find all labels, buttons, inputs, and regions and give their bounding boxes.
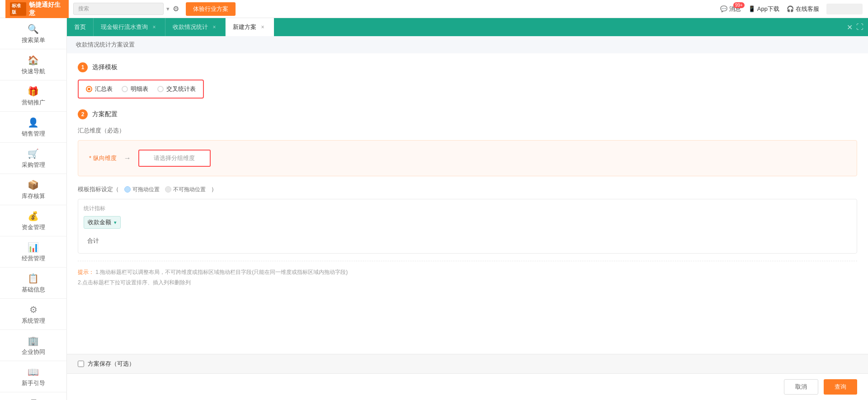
movable-tag: 可拖动位置 <box>124 186 160 193</box>
search-menu-icon: 🔍 <box>28 24 39 34</box>
stats-chips-row: 收款金额 ▾ <box>84 216 851 231</box>
sidebar-item-search-menu[interactable]: 🔍 搜索菜单 <box>0 18 66 49</box>
radio-summary-label: 汇总表 <box>95 85 113 93</box>
user-avatar[interactable] <box>826 4 863 14</box>
download-item[interactable]: 📱 App下载 <box>748 5 779 13</box>
tab-new-plan[interactable]: 新建方案 × <box>226 18 274 36</box>
sidebar-item-marketing[interactable]: 🎁 营销推广 <box>0 80 66 112</box>
step1-header: 1 选择模板 <box>78 62 857 72</box>
radio-detail-label: 明细表 <box>131 85 148 93</box>
header-dropdown-arrow[interactable]: ▾ <box>166 5 170 12</box>
message-icon: 💬 <box>720 5 727 12</box>
sidebar-label-quick-nav: 快速导航 <box>22 67 45 75</box>
app-name: 畅捷通好生意 <box>29 1 64 17</box>
tab-new-plan-label: 新建方案 <box>233 23 256 31</box>
stats-chip-collection[interactable]: 收款金额 ▾ <box>84 216 121 229</box>
radio-summary-circle <box>86 86 92 92</box>
step2-section: 2 方案配置 汇总维度（必选） * 纵向维度 → 请选择分组维度 <box>78 109 857 287</box>
sidebar-item-inventory[interactable]: 📦 库存核算 <box>0 174 66 205</box>
cancel-button[interactable]: 取消 <box>784 379 818 395</box>
sidebar-item-guide[interactable]: 📖 新手引导 <box>0 361 66 392</box>
tip1-text: 1.拖动标题栏可以调整布局，不可跨维度或指标区域拖动栏目字段(只能在同一维度或指… <box>95 269 348 275</box>
dimension-select-btn[interactable]: 请选择分组维度 <box>138 150 211 167</box>
tab-home[interactable]: 首页 <box>67 18 94 36</box>
notifications-item[interactable]: 💬 消息 99+ <box>720 5 741 13</box>
tab-collection-stats[interactable]: 收款情况统计 × <box>165 18 226 36</box>
breadcrumb: 收款情况统计方案设置 <box>67 36 868 53</box>
sidebar-item-quick-nav[interactable]: 🏠 快速导航 <box>0 49 66 80</box>
indicator-header: 模板指标设定（ 可拖动位置 不可拖动位置 ） <box>78 185 857 193</box>
movable-dot <box>124 186 131 193</box>
header-search-box[interactable]: 搜索 <box>73 3 164 15</box>
radio-summary[interactable]: 汇总表 <box>86 85 113 93</box>
radio-cross-label: 交叉统计表 <box>166 85 196 93</box>
tab-new-plan-close[interactable]: × <box>259 24 266 31</box>
form-panel: 1 选择模板 汇总表 明细表 <box>67 53 868 354</box>
dimension-config: 汇总维度（必选） * 纵向维度 → 请选择分组维度 <box>78 127 857 176</box>
tab-bar-right: ✕ ⛶ <box>842 18 868 36</box>
sidebar-label-search-menu: 搜索菜单 <box>22 36 45 44</box>
tab-collection-stats-close[interactable]: × <box>211 24 218 31</box>
stats-area: 统计指标 收款金额 ▾ 合计 <box>78 199 857 254</box>
step1-title: 选择模板 <box>92 63 118 71</box>
header-search-area: 搜索 ▾ ⚙ 体验行业方案 <box>69 2 720 16</box>
sidebar-label-system: 系统管理 <box>22 317 45 325</box>
tab-bank-flow-close[interactable]: × <box>151 24 158 31</box>
stats-label: 统计指标 <box>84 205 851 212</box>
sidebar-label-sales: 销售管理 <box>22 130 45 138</box>
movable-label: 可拖动位置 <box>132 186 160 193</box>
sidebar-item-purchase[interactable]: 🛒 采购管理 <box>0 143 66 174</box>
dimension-title: 汇总维度（必选） <box>78 127 857 135</box>
tab-close-action[interactable]: ✕ <box>847 23 853 32</box>
sales-icon: 👤 <box>28 117 39 128</box>
sidebar-label-purchase: 采购管理 <box>22 161 45 169</box>
query-button[interactable]: 查询 <box>824 379 857 395</box>
tab-bank-flow-label: 现金银行流水查询 <box>101 23 148 31</box>
quick-nav-icon: 🏠 <box>28 55 39 66</box>
marketing-icon: 🎁 <box>28 86 39 97</box>
sidebar-item-sales[interactable]: 👤 销售管理 <box>0 112 66 143</box>
tips-label: 提示： <box>78 269 94 275</box>
tab-bank-flow[interactable]: 现金银行流水查询 × <box>94 18 165 36</box>
radio-detail[interactable]: 明细表 <box>122 85 148 93</box>
trial-button[interactable]: 体验行业方案 <box>186 2 236 16</box>
sidebar-item-basic-info[interactable]: 📋 基础信息 <box>0 268 66 299</box>
radio-cross-circle <box>157 86 164 92</box>
service-icon: 🎧 <box>787 5 794 12</box>
sidebar-label-operations: 经营管理 <box>22 254 45 263</box>
step2-header: 2 方案配置 <box>78 109 857 119</box>
sidebar-label-enterprise: 企业协同 <box>22 348 45 356</box>
notifications-badge: 99+ <box>733 2 745 8</box>
save-section: 方案保存（可选） <box>67 354 868 373</box>
step1-section: 1 选择模板 汇总表 明细表 <box>78 62 857 99</box>
sidebar-item-smart-hardware[interactable]: 🖥 智能硬件 <box>0 392 66 400</box>
step2-num: 2 <box>78 109 88 119</box>
sidebar-item-operations[interactable]: 📊 经营管理 <box>0 236 66 268</box>
service-item[interactable]: 🎧 在线客服 <box>787 5 819 13</box>
settings-icon[interactable]: ⚙ <box>170 3 182 15</box>
dimension-row: * 纵向维度 → 请选择分组维度 <box>89 150 846 167</box>
sidebar-item-finance[interactable]: 💰 资金管理 <box>0 205 66 236</box>
template-select-box: 汇总表 明细表 交叉统计表 <box>78 80 204 99</box>
stats-chip-label: 收款金额 <box>88 218 111 226</box>
indicator-settings: 模板指标设定（ 可拖动位置 不可拖动位置 ） <box>78 185 857 254</box>
sidebar-item-system[interactable]: ⚙ 系统管理 <box>0 299 66 330</box>
tab-home-label: 首页 <box>74 23 86 31</box>
tab-fullscreen-action[interactable]: ⛶ <box>856 23 863 31</box>
radio-cross[interactable]: 交叉统计表 <box>157 85 196 93</box>
dimension-row-label: * 纵向维度 <box>89 154 117 162</box>
enterprise-icon: 🏢 <box>28 335 39 346</box>
sidebar-item-enterprise[interactable]: 🏢 企业协同 <box>0 330 66 361</box>
sidebar-label-inventory: 库存核算 <box>22 192 45 200</box>
download-icon: 📱 <box>748 5 755 12</box>
indicator-title-prefix: 模板指标设定（ <box>78 185 119 193</box>
stats-chip-dropdown[interactable]: ▾ <box>114 220 117 226</box>
immovable-label: 不可拖动位置 <box>173 186 206 193</box>
download-label: App下载 <box>757 5 779 13</box>
radio-detail-circle <box>122 86 128 92</box>
dimension-area: * 纵向维度 → 请选择分组维度 <box>78 140 857 176</box>
save-checkbox[interactable] <box>78 361 84 367</box>
tab-collection-stats-label: 收款情况统计 <box>173 23 208 31</box>
step2-title: 方案配置 <box>92 110 118 118</box>
tab-bar: 首页 现金银行流水查询 × 收款情况统计 × 新建方案 × ✕ ⛶ <box>67 18 868 36</box>
